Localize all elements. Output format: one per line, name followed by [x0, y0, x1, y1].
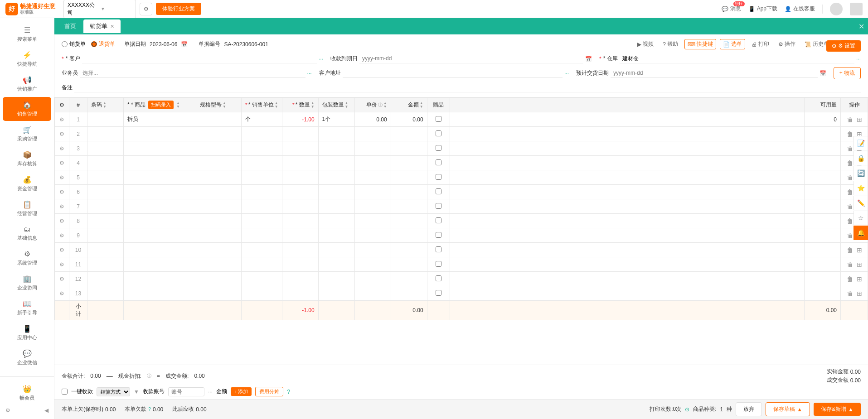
row-spec[interactable]: [196, 156, 242, 170]
row-amount[interactable]: [391, 257, 427, 272]
row-delete-button[interactable]: 🗑: [846, 144, 854, 153]
row-gift[interactable]: [427, 112, 450, 127]
row-pkgqty[interactable]: [318, 214, 354, 228]
row-gear[interactable]: ⚙: [55, 127, 69, 141]
row-unit[interactable]: 个: [242, 112, 282, 127]
row-copy-button[interactable]: ⊞: [856, 289, 863, 298]
row-product[interactable]: [124, 228, 196, 243]
float-star-icon[interactable]: ⭐: [853, 181, 868, 195]
row-delete-button[interactable]: 🗑: [846, 275, 854, 284]
row-unit[interactable]: [242, 156, 282, 170]
fee-allocation-button[interactable]: 费用分摊: [255, 387, 283, 396]
video-btn[interactable]: ▶ 视频: [635, 39, 656, 49]
row-product[interactable]: [124, 170, 196, 185]
row-unit[interactable]: [242, 141, 282, 156]
discard-button[interactable]: 放弃: [736, 402, 762, 416]
account-input[interactable]: [168, 387, 204, 396]
row-spec[interactable]: [196, 243, 242, 257]
row-qty[interactable]: [282, 127, 318, 141]
save-draft-button[interactable]: 保存草稿 ▲: [766, 402, 810, 416]
operate-btn[interactable]: ⚙ 操作: [776, 39, 798, 49]
sidebar-item-sales[interactable]: 🏠 销售管理: [3, 97, 51, 121]
order-due-question-icon[interactable]: ?: [148, 407, 151, 412]
float-notify-icon[interactable]: 🔔: [853, 226, 868, 240]
account-dots-icon[interactable]: ···: [208, 389, 213, 395]
row-qty[interactable]: [282, 170, 318, 185]
row-unit[interactable]: [242, 199, 282, 214]
sidebar-item-shortcut[interactable]: ⚡ 快捷导航: [3, 47, 51, 71]
row-spec[interactable]: [196, 112, 242, 127]
row-product[interactable]: [124, 156, 196, 170]
row-qty[interactable]: [282, 257, 318, 272]
row-product[interactable]: [124, 199, 196, 214]
row-gear[interactable]: ⚙: [55, 170, 69, 185]
row-barcode[interactable]: [87, 272, 124, 286]
row-barcode[interactable]: [87, 257, 124, 272]
radio-sales-order[interactable]: 销货单: [62, 40, 86, 48]
row-barcode[interactable]: [87, 286, 124, 301]
float-lock-icon[interactable]: 🔒: [853, 151, 868, 165]
row-gear[interactable]: ⚙: [55, 272, 69, 286]
row-spec[interactable]: [196, 127, 242, 141]
row-gift-checkbox[interactable]: [436, 145, 441, 151]
row-gift-checkbox[interactable]: [436, 174, 441, 180]
row-qty[interactable]: [282, 214, 318, 228]
add-payment-button[interactable]: + 添加: [231, 387, 252, 396]
row-gear[interactable]: ⚙: [55, 214, 69, 228]
float-refresh-icon[interactable]: 🔄: [853, 166, 868, 180]
row-pkgqty[interactable]: [318, 127, 354, 141]
warehouse-dots-icon[interactable]: ···: [856, 56, 861, 62]
row-barcode[interactable]: [87, 156, 124, 170]
settings-icon[interactable]: ⚙: [140, 3, 152, 15]
row-amount[interactable]: [391, 214, 427, 228]
save-new-button[interactable]: 保存&新增 ▲: [814, 403, 861, 416]
shortcut-btn[interactable]: ⌨ 快捷键: [684, 39, 716, 49]
row-spec[interactable]: [196, 214, 242, 228]
row-barcode[interactable]: [87, 141, 124, 156]
row-amount[interactable]: [391, 170, 427, 185]
row-qty[interactable]: [282, 286, 318, 301]
scan-button[interactable]: 扫码录入: [148, 101, 174, 109]
row-pkgqty[interactable]: [318, 185, 354, 199]
row-gift[interactable]: [427, 214, 450, 228]
row-price[interactable]: [354, 185, 391, 199]
tab-sales-order[interactable]: 销货单 ✕: [83, 19, 121, 33]
customer-dots-icon[interactable]: ···: [319, 56, 323, 62]
row-pkgqty[interactable]: [318, 243, 354, 257]
row-gift[interactable]: [427, 257, 450, 272]
row-pkgqty[interactable]: 1个: [318, 112, 354, 127]
sidebar-item-collab[interactable]: 🏢 企业协同: [3, 271, 51, 295]
row-product[interactable]: [124, 185, 196, 199]
row-gift[interactable]: [427, 156, 450, 170]
row-gift-checkbox[interactable]: [436, 116, 441, 122]
row-gear[interactable]: ⚙: [55, 286, 69, 301]
row-barcode[interactable]: [87, 127, 124, 141]
row-amount[interactable]: [391, 127, 427, 141]
sidebar-collapse-icon[interactable]: ◀: [44, 407, 48, 414]
row-gift[interactable]: [427, 127, 450, 141]
radio-return-input[interactable]: [91, 41, 97, 47]
row-pkgqty[interactable]: [318, 272, 354, 286]
row-gift-checkbox[interactable]: [436, 188, 441, 194]
row-price[interactable]: [354, 286, 391, 301]
tab-close-all-icon[interactable]: ✕: [858, 22, 864, 31]
row-qty[interactable]: [282, 228, 318, 243]
row-price[interactable]: 0.00: [354, 112, 391, 127]
row-gift[interactable]: [427, 286, 450, 301]
row-unit[interactable]: [242, 127, 282, 141]
row-amount[interactable]: [391, 228, 427, 243]
row-gear[interactable]: ⚙: [55, 228, 69, 243]
row-gift[interactable]: [427, 272, 450, 286]
print-btn[interactable]: 🖨 打印: [749, 39, 772, 49]
row-spec[interactable]: [196, 257, 242, 272]
row-pkgqty[interactable]: [318, 257, 354, 272]
float-pen-icon[interactable]: ✏️: [853, 196, 868, 210]
avatar[interactable]: [830, 3, 843, 15]
row-gift-checkbox[interactable]: [436, 203, 441, 209]
row-amount[interactable]: 0.00: [391, 112, 427, 127]
row-unit[interactable]: [242, 286, 282, 301]
row-pkgqty[interactable]: [318, 141, 354, 156]
row-delete-button[interactable]: 🗑: [846, 246, 854, 255]
tab-close-icon[interactable]: ✕: [110, 24, 114, 29]
row-qty[interactable]: [282, 272, 318, 286]
